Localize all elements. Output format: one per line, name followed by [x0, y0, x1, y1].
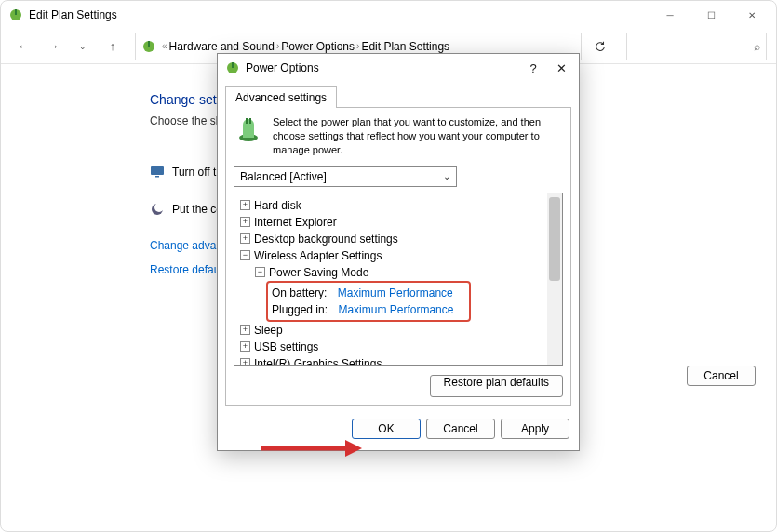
setting-plugged-in[interactable]: Plugged in: Maximum Performance	[272, 301, 465, 318]
expand-icon[interactable]: +	[240, 217, 250, 227]
cancel-button[interactable]: Cancel	[426, 419, 495, 439]
annotation-arrow	[261, 438, 364, 459]
chevron-left-icon: «	[162, 41, 167, 51]
chevron-right-icon: ›	[276, 41, 279, 51]
expand-icon[interactable]: +	[240, 200, 250, 210]
tree-node-wireless-adapter[interactable]: −Wireless Adapter Settings	[240, 247, 556, 264]
dialog-title: Power Options	[246, 61, 319, 74]
scrollbar-thumb[interactable]	[549, 197, 560, 281]
tree-scrollbar[interactable]	[547, 193, 562, 365]
plugged-in-value[interactable]: Maximum Performance	[338, 301, 453, 318]
dialog-titlebar: Power Options ? ✕	[218, 54, 579, 82]
dialog-close-button[interactable]: ✕	[547, 61, 575, 75]
ok-button[interactable]: OK	[352, 419, 421, 439]
highlight-box: On battery: Maximum Performance Plugged …	[266, 281, 471, 322]
breadcrumb-item[interactable]: Hardware and Sound	[169, 40, 275, 53]
svg-rect-3	[148, 41, 150, 47]
collapse-icon[interactable]: −	[240, 250, 250, 260]
tree-node-hard-disk[interactable]: +Hard disk	[240, 197, 556, 214]
apply-button[interactable]: Apply	[501, 419, 569, 439]
chevron-right-icon: ›	[356, 41, 359, 51]
restore-plan-defaults-button[interactable]: Restore plan defaults	[430, 375, 563, 397]
search-input[interactable]: ⌕	[626, 33, 767, 60]
expand-icon[interactable]: +	[240, 233, 250, 244]
settings-tree: +Hard disk +Internet Explorer +Desktop b…	[234, 193, 563, 366]
tree-node-power-saving-mode[interactable]: −Power Saving Mode	[240, 264, 556, 281]
display-icon	[150, 165, 165, 180]
recent-dropdown[interactable]: ⌄	[70, 33, 96, 60]
collapse-icon[interactable]: −	[255, 267, 265, 277]
breadcrumb-item[interactable]: Edit Plan Settings	[361, 40, 449, 53]
power-options-dialog: Power Options ? ✕ Advanced settings Sele…	[217, 53, 580, 451]
up-button[interactable]: ↑	[100, 33, 126, 60]
setting-on-battery[interactable]: On battery: Maximum Performance	[272, 285, 465, 301]
tree-node-intel-graphics[interactable]: +Intel(R) Graphics Settings	[240, 355, 556, 366]
tree-node-sleep[interactable]: +Sleep	[240, 322, 556, 339]
on-battery-value[interactable]: Maximum Performance	[338, 285, 453, 301]
svg-rect-1	[15, 9, 17, 15]
moon-icon	[150, 202, 165, 217]
maximize-button[interactable]: ☐	[690, 2, 731, 28]
close-button[interactable]: ✕	[731, 2, 772, 28]
window-title: Edit Plan Settings	[29, 8, 117, 21]
tab-strip: Advanced settings	[218, 82, 579, 107]
tab-advanced-settings[interactable]: Advanced settings	[225, 86, 337, 108]
breadcrumb-item[interactable]: Power Options	[281, 40, 355, 53]
advanced-settings-panel: Select the power plan that you want to c…	[225, 107, 571, 406]
refresh-button[interactable]	[587, 33, 613, 60]
tree-node-usb-settings[interactable]: +USB settings	[240, 339, 556, 355]
svg-rect-9	[232, 62, 234, 68]
page-button-row: Cancel	[687, 366, 756, 386]
titlebar: Edit Plan Settings ─ ☐ ✕	[1, 1, 776, 29]
svg-point-7	[154, 203, 164, 212]
back-button[interactable]: ←	[10, 33, 36, 60]
svg-rect-11	[246, 118, 248, 124]
chevron-down-icon: ⌄	[443, 171, 450, 181]
cancel-button[interactable]: Cancel	[687, 366, 756, 386]
power-plan-icon	[234, 115, 263, 145]
power-options-icon	[8, 7, 23, 22]
svg-rect-4	[151, 166, 164, 175]
tree-node-internet-explorer[interactable]: +Internet Explorer	[240, 214, 556, 231]
power-options-icon	[225, 60, 240, 75]
tree-node-desktop-background[interactable]: +Desktop background settings	[240, 231, 556, 247]
dialog-description: Select the power plan that you want to c…	[273, 115, 563, 157]
power-plan-combo[interactable]: Balanced [Active] ⌄	[234, 166, 457, 187]
expand-icon[interactable]: +	[240, 325, 250, 335]
svg-rect-12	[249, 118, 251, 124]
forward-button[interactable]: →	[40, 33, 66, 60]
svg-marker-14	[345, 440, 362, 457]
help-button[interactable]: ?	[519, 61, 547, 75]
power-plan-value: Balanced [Active]	[240, 170, 327, 183]
search-icon: ⌕	[754, 40, 760, 53]
main-window: Edit Plan Settings ─ ☐ ✕ ← → ⌄ ↑ « Hardw…	[0, 0, 777, 532]
expand-icon[interactable]: +	[240, 358, 250, 366]
expand-icon[interactable]: +	[240, 341, 250, 352]
power-options-icon	[141, 39, 156, 54]
minimize-button[interactable]: ─	[650, 2, 690, 28]
svg-rect-5	[155, 176, 159, 178]
